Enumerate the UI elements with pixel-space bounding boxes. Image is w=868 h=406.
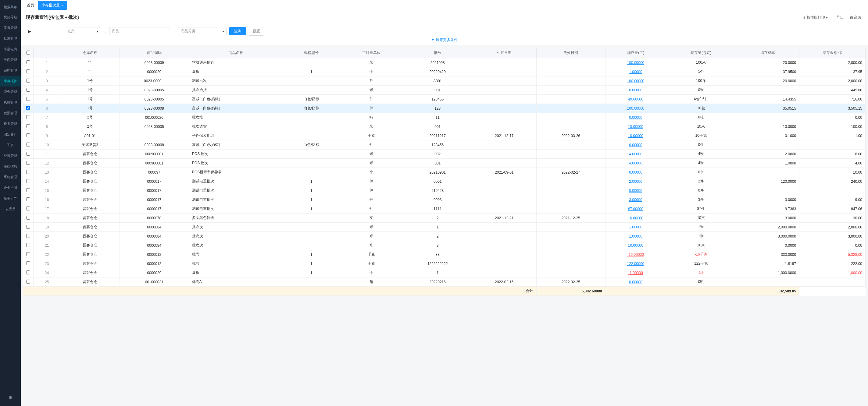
row-qty-main[interactable]: 100.00000 — [605, 58, 666, 67]
set-button[interactable]: 设置 — [249, 27, 264, 36]
row-qty-main[interactable]: 49.60000 — [605, 95, 666, 104]
row-qty-main[interactable]: 1.00000 — [605, 67, 666, 76]
sidebar-item-yunyingyong[interactable]: 云应用 — [0, 204, 21, 214]
row-checkbox[interactable] — [23, 122, 34, 131]
col-qty-main[interactable]: 现存量(主) — [605, 48, 666, 58]
row-checkbox[interactable] — [23, 104, 34, 113]
col-name[interactable]: 商品名称 — [189, 48, 283, 58]
col-checkbox[interactable] — [23, 48, 34, 58]
row-checkbox[interactable] — [23, 195, 34, 204]
row-qty-main[interactable]: 0.00000 — [605, 113, 666, 122]
col-batch[interactable]: 批号 — [403, 48, 472, 58]
row-checkbox[interactable] — [23, 204, 34, 213]
tab-home[interactable]: 首页 — [23, 1, 38, 10]
sidebar-item-fapiao[interactable]: 发票管理 — [0, 108, 21, 119]
expand-filter-btn[interactable]: ▶ — [26, 28, 62, 35]
row-qty-main[interactable]: 122.00000 — [605, 259, 666, 268]
row-qty-main[interactable]: -16.00000 — [605, 250, 666, 259]
tab-close-icon[interactable]: × — [62, 4, 63, 7]
row-qty-main[interactable]: -1.00000 — [605, 268, 666, 277]
sidebar-item-jichu[interactable]: 基础信息 — [0, 161, 21, 172]
row-checkbox[interactable] — [23, 131, 34, 140]
row-qty-main[interactable]: 4.00000 — [605, 159, 666, 168]
sidebar-item-zijin[interactable]: 资金管理 — [0, 87, 21, 97]
sidebar-item-pifa[interactable]: 批发管理 — [0, 33, 21, 44]
row-checkbox[interactable] — [23, 140, 34, 149]
col-warehouse[interactable]: 仓库名称 — [60, 48, 120, 58]
col-exp-date[interactable]: 失效日期 — [536, 48, 605, 58]
print-btn[interactable]: 🖨 按模版打印 ▾ — [800, 14, 830, 21]
goods-filter[interactable]: 商品 — [109, 27, 170, 35]
row-checkbox[interactable] — [23, 86, 34, 95]
row-checkbox[interactable] — [23, 177, 34, 186]
sidebar-item-gongzi[interactable]: 工资 — [0, 140, 21, 150]
row-checkbox[interactable] — [23, 159, 34, 168]
row-qty-main[interactable]: 100.00000 — [605, 104, 666, 113]
warehouse-filter[interactable]: 仓库 ▾ — [65, 27, 101, 35]
search-button[interactable]: 查询 — [229, 27, 246, 35]
gear-icon[interactable]: ⚙ — [7, 392, 14, 403]
row-checkbox[interactable] — [23, 250, 34, 259]
row-qty-main[interactable]: 100.00000 — [605, 76, 666, 86]
row-checkbox[interactable] — [23, 76, 34, 86]
row-checkbox[interactable] — [23, 113, 34, 122]
sidebar-item-zongzhang[interactable]: 总账管理 — [0, 97, 21, 108]
row-qty-main[interactable]: 0.00000 — [605, 168, 666, 177]
col-code[interactable]: 商品编码 — [120, 48, 189, 58]
row-checkbox[interactable] — [23, 58, 34, 67]
col-unit[interactable]: 主计量单位 — [340, 48, 403, 58]
expand-more-btn[interactable]: ▼ 展开更多条件 — [26, 37, 863, 43]
row-checkbox[interactable] — [23, 232, 34, 241]
row-qty-main[interactable]: 10.00000 — [605, 122, 666, 131]
row-qty-main[interactable]: 1.00000 — [605, 232, 666, 241]
select-all-checkbox[interactable] — [26, 50, 30, 55]
sidebar-item-shuiwu[interactable]: 税务管理 — [0, 119, 21, 129]
sidebar-item-xiaopi[interactable]: 小批电商 — [0, 44, 21, 55]
row-checkbox[interactable] — [23, 186, 34, 195]
sidebar-item-kucun[interactable]: 库存核算 — [0, 76, 21, 87]
row-qty-main[interactable]: 2.00000 — [605, 177, 666, 186]
export-btn[interactable]: ↑ 导出 — [832, 14, 846, 21]
table-row: 14 晋客仓仓 0000017 测试电重批次 1 件 0001 2.00000 … — [23, 177, 866, 186]
row-checkbox[interactable] — [23, 95, 34, 104]
sidebar-item-lingshou[interactable]: 零售管理 — [0, 23, 21, 33]
row-qty-main[interactable]: 10.00000 — [605, 131, 666, 140]
row-qty-main[interactable]: 10.00000 — [605, 213, 666, 223]
table-container[interactable]: 仓库名称 商品编码 商品名称 规格型号 主计量单位 批号 生产日期 失效日期 现… — [21, 45, 868, 406]
row-checkbox[interactable] — [23, 67, 34, 76]
row-qty-main[interactable]: 3.00000 — [605, 195, 666, 204]
sidebar-item-gudingzichan[interactable]: 固定资产 — [0, 129, 21, 140]
row-checkbox[interactable] — [23, 168, 34, 177]
row-qty-main[interactable]: 87.00000 — [605, 204, 666, 213]
sidebar-item-jingying[interactable]: 经营管理 — [0, 150, 21, 161]
row-checkbox[interactable] — [23, 277, 34, 286]
sidebar-item-kuaijie[interactable]: 快捷导航 — [0, 12, 21, 23]
col-spec[interactable]: 规格型号 — [283, 48, 340, 58]
sidebar-item-dianshang[interactable]: 电商管理 — [0, 55, 21, 65]
row-checkbox[interactable] — [23, 241, 34, 250]
row-checkbox[interactable] — [23, 268, 34, 277]
sidebar-item-caigou[interactable]: 采购管理 — [0, 65, 21, 76]
row-qty-main[interactable]: 0.00000 — [605, 277, 666, 286]
row-qty-main[interactable]: 10.00000 — [605, 241, 666, 250]
row-qty-main[interactable]: 0.00000 — [605, 86, 666, 95]
col-cost[interactable]: 结存成本 — [736, 48, 799, 58]
row-checkbox[interactable] — [23, 223, 34, 232]
row-qty-main[interactable]: 1.00000 — [605, 223, 666, 232]
row-qty-main[interactable]: 4.00000 — [605, 149, 666, 159]
row-checkbox[interactable] — [23, 213, 34, 223]
row-qty-main[interactable]: 0.00000 — [605, 140, 666, 149]
tab-active[interactable]: 库存批次量 × — [38, 1, 67, 10]
sidebar-item-xinshou[interactable]: 新手引导 — [0, 193, 21, 204]
col-prod-date[interactable]: 生产日期 — [472, 48, 536, 58]
col-qty-store[interactable]: 现存量(包装) — [666, 48, 736, 58]
row-qty-main[interactable]: 0.00000 — [605, 186, 666, 195]
sidebar-item-qiye[interactable]: 企业协同 — [0, 182, 21, 193]
row-checkbox[interactable] — [23, 149, 34, 159]
sidebar-item-xitong[interactable]: 系统管理 — [0, 172, 21, 182]
row-checkbox[interactable] — [23, 259, 34, 268]
category-filter[interactable]: 商品分类 ▾ — [178, 27, 227, 35]
sidebar-search[interactable]: 搜索菜单 — [0, 2, 21, 12]
advanced-btn[interactable]: ⊞ 高级 — [848, 14, 863, 21]
col-amount[interactable]: 结存金额 ① — [799, 48, 866, 58]
